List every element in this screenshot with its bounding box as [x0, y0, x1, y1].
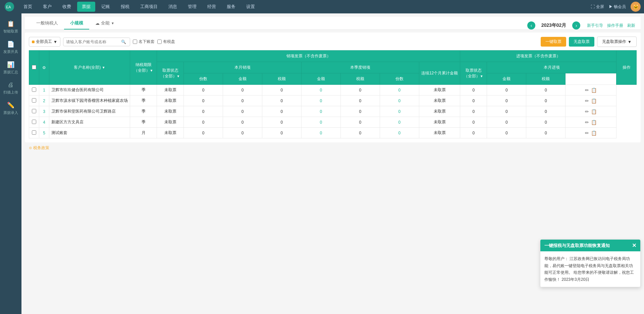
- refresh-link[interactable]: 刷新: [627, 23, 635, 28]
- row-check-3[interactable]: [29, 117, 39, 128]
- row-sales-month-count-3: 0: [184, 117, 223, 128]
- my-account-checkbox[interactable]: [133, 40, 137, 44]
- guide-link[interactable]: 新手引导: [587, 23, 603, 28]
- notification-close-btn[interactable]: ✕: [632, 242, 636, 249]
- sidebar-item-2[interactable]: 📊票据汇总: [0, 58, 21, 78]
- row-sales-12month-0: 0: [380, 85, 419, 96]
- bottom-bar[interactable]: ⊙ 税务政策: [25, 142, 641, 153]
- row-sales-quarter-amount-link-3[interactable]: 0: [320, 120, 322, 125]
- sidebar-item-4[interactable]: ✏️票据录入: [0, 98, 21, 119]
- toolbar-right: 一键取票 无盘取票 无盘取票操作 ▼: [541, 37, 637, 47]
- vip-btn[interactable]: ▶ 畅会员: [609, 4, 626, 10]
- my-account-filter[interactable]: 名下账套: [133, 39, 155, 45]
- row-purchase-month-amount-0: 0: [487, 85, 526, 96]
- prev-period-btn[interactable]: ‹: [527, 21, 535, 29]
- nav-item-管理[interactable]: 管理: [183, 2, 201, 12]
- row-edit-icon-4[interactable]: ✏: [585, 130, 589, 136]
- row-detail-icon-0[interactable]: 📋: [591, 87, 597, 93]
- sidebar-item-1[interactable]: 📄发票开具: [0, 37, 21, 58]
- no-disk-ops-btn[interactable]: 无盘取票操作 ▼: [597, 37, 637, 47]
- row-sales-12month-link-3[interactable]: 0: [398, 120, 401, 125]
- row-sales-12month-link-0[interactable]: 0: [398, 88, 401, 92]
- row-name-3: 新建区方方文具店: [49, 117, 130, 128]
- row-sales-quarter-amount-link-0[interactable]: 0: [320, 88, 322, 92]
- row-name-1: 卫辉市汲水镇下园湾香榴营木种植家庭农场: [49, 96, 130, 106]
- row-checkbox-2[interactable]: [32, 109, 36, 113]
- nav-item-票据[interactable]: 票据: [77, 2, 95, 12]
- search-input[interactable]: [66, 40, 120, 44]
- row-check-0[interactable]: [29, 85, 39, 96]
- row-sales-quarter-amount-link-1[interactable]: 0: [320, 99, 322, 103]
- nav-item-服务[interactable]: 服务: [222, 2, 240, 12]
- table-row: 5 测试账套 月 未取票 0 0 0 0 0 0 未取票 0 0 0 ✏ 📋: [29, 128, 637, 138]
- sidebar: 📋智能取票📄发票开具📊票据汇总🖨扫描上传✏️票据录入: [0, 13, 21, 314]
- row-check-1[interactable]: [29, 96, 39, 106]
- nav-item-工商项目[interactable]: 工商项目: [136, 2, 162, 12]
- th-setting[interactable]: ⚙: [39, 51, 49, 85]
- tax-disk-checkbox[interactable]: [157, 40, 162, 44]
- row-sales-month-tax-2: 0: [262, 106, 301, 117]
- tab-item-0[interactable]: 一般纳税人: [30, 17, 64, 29]
- sidebar-icon-1: 📄: [7, 41, 14, 48]
- row-sales-12month-link-2[interactable]: 0: [398, 109, 401, 114]
- row-detail-icon-2[interactable]: 📋: [591, 109, 597, 114]
- nav-item-收费[interactable]: 收费: [58, 2, 76, 12]
- row-edit-icon-2[interactable]: ✏: [585, 109, 589, 114]
- row-index-0: 1: [39, 85, 49, 96]
- sidebar-item-0[interactable]: 📋智能取票: [0, 17, 21, 37]
- no-disk-ops-label: 无盘取票操作: [602, 39, 626, 45]
- row-checkbox-0[interactable]: [32, 87, 36, 92]
- tax-disk-filter[interactable]: 有税盘: [157, 39, 175, 45]
- one-key-ticket-btn[interactable]: 一键取票: [541, 37, 566, 47]
- nav-item-消息[interactable]: 消息: [164, 2, 182, 12]
- period-nav: ‹ 2023年02月 › 新手引导 操作手册 刷新: [527, 21, 635, 29]
- nav-item-客户[interactable]: 客户: [38, 2, 56, 12]
- fullscreen-btn[interactable]: ⛶ 全屏: [591, 4, 604, 10]
- employee-select-arrow: ▼: [53, 40, 57, 44]
- sidebar-item-3[interactable]: 🖨扫描上传: [0, 78, 21, 98]
- th-sales-quarter-amount: 金额: [301, 73, 340, 85]
- th-purchase-group: 进项发票（不含作废票）: [460, 51, 616, 62]
- row-checkbox-1[interactable]: [32, 98, 36, 103]
- nav-item-报税[interactable]: 报税: [116, 2, 134, 12]
- th-sales-month-amount: 金额: [223, 73, 262, 85]
- row-edit-icon-3[interactable]: ✏: [585, 120, 589, 125]
- row-purchase-month-tax-2: 0: [526, 106, 566, 117]
- row-edit-icon-1[interactable]: ✏: [585, 98, 589, 104]
- row-sales-12month-link-1[interactable]: 0: [398, 99, 401, 103]
- nav-item-记账[interactable]: 记账: [97, 2, 115, 12]
- row-sales-quarter-amount-link-4[interactable]: 0: [320, 131, 322, 135]
- nav-item-经营[interactable]: 经营: [203, 2, 221, 12]
- select-all-checkbox[interactable]: [32, 65, 36, 69]
- no-disk-ticket-btn[interactable]: 无盘取票: [569, 37, 594, 47]
- nav-item-设置[interactable]: 设置: [241, 2, 260, 12]
- next-period-btn[interactable]: ›: [572, 21, 580, 29]
- th-purchase-month-amount: 金额: [487, 73, 526, 85]
- row-checkbox-3[interactable]: [32, 120, 36, 124]
- row-sales-12month-link-4[interactable]: 0: [398, 131, 401, 135]
- row-purchase-month-amount-3: 0: [487, 117, 526, 128]
- row-sales-month-tax-0: 0: [262, 85, 301, 96]
- tab-item-2[interactable]: ☁ 全能 ▼: [89, 17, 120, 29]
- tax-disk-label: 有税盘: [163, 39, 175, 45]
- row-sales-quarter-amount-link-2[interactable]: 0: [320, 109, 322, 114]
- search-box: 🔍: [63, 38, 130, 46]
- row-detail-icon-3[interactable]: 📋: [591, 120, 597, 125]
- row-checkbox-4[interactable]: [32, 130, 36, 135]
- nav-item-首页[interactable]: 首页: [19, 2, 37, 12]
- employee-select[interactable]: 全部员工 ▼: [29, 37, 60, 47]
- row-sales-status-1: 未取票: [157, 96, 184, 106]
- row-detail-icon-1[interactable]: 📋: [591, 98, 597, 104]
- tab-item-1[interactable]: 小规模: [64, 17, 89, 29]
- content-area: 全部员工 ▼ 🔍 名下账套 有税盘 一键取票 无盘取票: [25, 33, 641, 142]
- th-sales-month: 本月销项: [184, 62, 302, 73]
- row-edit-icon-0[interactable]: ✏: [585, 87, 589, 93]
- nav-items: 首页客户收费票据记账报税工商项目消息管理经营服务设置: [19, 2, 591, 12]
- row-detail-icon-4[interactable]: 📋: [591, 130, 597, 136]
- row-check-4[interactable]: [29, 128, 39, 138]
- search-icon[interactable]: 🔍: [121, 40, 126, 44]
- manual-link[interactable]: 操作手册: [607, 23, 623, 28]
- avatar[interactable]: 🐱: [631, 2, 641, 12]
- row-sales-month-tax-1: 0: [262, 96, 301, 106]
- row-check-2[interactable]: [29, 106, 39, 117]
